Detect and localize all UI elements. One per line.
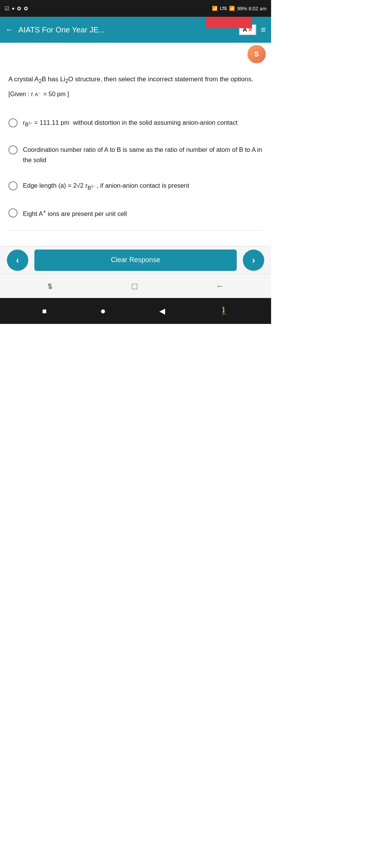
app-header: ← AIATS For One Year JE... A ✕ ≡ [0,17,271,43]
option-3-text: Edge length (a) = 2√2 rB2− , if anion-an… [23,180,263,192]
prev-button[interactable]: ‹ [7,250,28,271]
given-label: [Given : r [8,91,33,98]
option-1[interactable]: rB2− = 111.11 pm without distortion in t… [8,110,263,137]
prev-icon: ‹ [16,255,19,266]
recent-apps-icon[interactable]: ⇌ [45,283,55,289]
circle-icon[interactable]: ● [100,306,106,316]
main-content: A crystal A2B has Li2O structure, then s… [0,63,271,231]
status-icon-4: ✿ [24,5,28,11]
signal-icon: 📶 [212,6,218,11]
option-3[interactable]: Edge length (a) = 2√2 rB2− , if anion-an… [8,173,263,200]
options-container: rB2− = 111.11 pm without distortion in t… [8,110,263,227]
accessibility-icon[interactable]: 🚶 [219,306,229,316]
triangle-icon[interactable]: ◀ [159,306,165,316]
header-title: AIATS For One Year JE... [18,26,234,34]
next-button[interactable]: › [243,250,264,271]
section-divider [8,230,263,231]
header-red-block [206,17,252,28]
question-text: A crystal A2B has Li2O structure, then s… [8,74,263,85]
status-left-icons: ☑ ● ✿ ✿ [5,5,28,11]
home-icon[interactable]: □ [132,281,137,291]
status-icon-2: ● [12,6,15,11]
avatar-initial: S [254,50,259,58]
next-icon: › [252,255,255,266]
option-4-text: Eight A+ ions are present per unit cell [23,208,263,219]
option-4[interactable]: Eight A+ ions are present per unit cell [8,200,263,227]
back-button[interactable]: ← [5,25,14,35]
option-1-radio[interactable] [8,118,18,127]
option-2-text: Coordination number ratio of A to B is s… [23,145,263,165]
clear-response-button[interactable]: Clear Response [34,250,237,271]
status-icon-3: ✿ [17,5,21,11]
menu-icon[interactable]: ≡ [261,25,266,35]
battery-percent: 99% 8:02 am [237,6,267,11]
bottom-nav-bar: ‹ Clear Response › [0,246,271,274]
back-icon[interactable]: ← [216,281,224,291]
lte-icon: LTE [220,6,227,11]
status-right: 📶 LTE 📶 99% 8:02 am [212,6,267,11]
android-home-bar: ■ ● ◀ 🚶 [0,298,271,324]
status-icon-1: ☑ [5,5,10,11]
android-nav-bar: ⇌ □ ← [0,274,271,298]
option-3-radio[interactable] [8,181,18,190]
wifi-icon: 📶 [229,6,235,11]
option-1-text: rB2− = 111.11 pm without distortion in t… [23,118,263,129]
option-4-radio[interactable] [8,208,18,217]
status-bar: ☑ ● ✿ ✿ 📶 LTE 📶 99% 8:02 am [0,0,271,17]
given-value: = 50 pm ] [42,91,69,98]
avatar: S [247,45,266,63]
given-info: [Given : rA− = 50 pm ] [8,91,263,98]
option-2-radio[interactable] [8,145,18,155]
given-subscript: A− [35,91,40,97]
square-icon[interactable]: ■ [42,307,47,316]
option-2[interactable]: Coordination number ratio of A to B is s… [8,137,263,173]
profile-area: S [0,43,271,63]
